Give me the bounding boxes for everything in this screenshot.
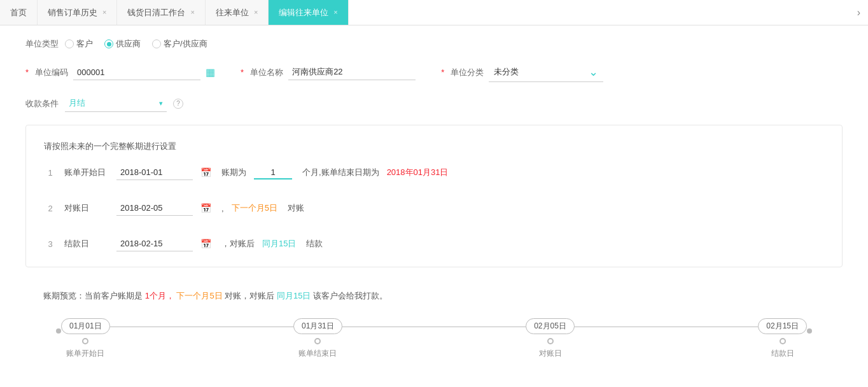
- payment-terms-label: 收款条件: [25, 98, 59, 109]
- radio-customer-label: 客户: [76, 38, 93, 50]
- required-star-name: *: [241, 67, 244, 77]
- tab-partners[interactable]: 往来单位 ×: [206, 0, 269, 25]
- step-3-date-input[interactable]: [116, 236, 193, 251]
- tab-cash-daily-close[interactable]: ×: [190, 9, 194, 16]
- step-1-end-date: 2018年01月31日: [387, 167, 449, 178]
- timeline-node-4: 02月15日 结款日: [758, 318, 807, 359]
- step-1-cal-icon[interactable]: 📅: [200, 167, 211, 178]
- required-star-category: *: [441, 67, 444, 77]
- unit-category-arrow-icon: ⌄: [589, 65, 598, 79]
- settings-section: 请按照未来的一个完整帐期进行设置 1 账单开始日 📅 账期为 个月,账单结束日期…: [25, 125, 843, 267]
- step-1-number: 1: [44, 168, 57, 178]
- tab-sales-history-close[interactable]: ×: [102, 9, 106, 16]
- unit-type-label: 单位类型: [25, 38, 59, 50]
- unit-code-input[interactable]: [73, 65, 200, 80]
- tab-partners-label: 往来单位: [216, 7, 249, 18]
- main-content: 单位类型 客户 供应商 客户/供应商 * 单位编码 ▦ * 单位名称: [0, 25, 868, 387]
- timeline-node-3: 02月05日 对账日: [526, 318, 575, 359]
- timeline-node-2: 01月31日 账单结束日: [293, 318, 342, 359]
- preview-prefix: 账期预览：当前客户账期是: [43, 291, 143, 300]
- unit-code-copy-icon[interactable]: ▦: [206, 66, 215, 78]
- tab-sales-history[interactable]: 销售订单历史 ×: [38, 0, 117, 25]
- unit-fields-row: * 单位编码 ▦ * 单位名称 * 单位分类 未分类 ⌄: [25, 62, 843, 82]
- radio-group: 客户 供应商 客户/供应商: [65, 38, 207, 50]
- radio-customer-supplier-label: 客户/供应商: [164, 38, 207, 50]
- tab-cash-daily-label: 钱货日清工作台: [127, 7, 185, 18]
- timeline-start-cap: [56, 328, 61, 334]
- timeline-badge-1: 01月01日: [61, 318, 110, 334]
- step-1-date-input[interactable]: [116, 165, 193, 180]
- timeline: 01月01日 账单开始日 01月31日 账单结束日 02月05日 对账日: [43, 320, 825, 334]
- timeline-dot-4: [780, 338, 786, 344]
- step-3-highlight: 同月15日: [262, 238, 296, 250]
- radio-customer[interactable]: 客户: [65, 38, 93, 50]
- step-2-label: 对账日: [64, 202, 109, 214]
- step-1-label: 账单开始日: [64, 167, 109, 178]
- step-1-row: 1 账单开始日 📅 账期为 个月,账单结束日期为 2018年01月31日: [44, 165, 824, 180]
- unit-code-label: 单位编码: [35, 67, 68, 78]
- preview-suffix: 该客户会给我打款。: [313, 291, 388, 300]
- timeline-badge-2: 01月31日: [293, 318, 342, 334]
- preview-span1: 1个月，: [145, 291, 174, 300]
- step-3-number: 3: [44, 239, 57, 249]
- payment-terms-arrow-icon: ▾: [159, 99, 163, 108]
- radio-customer-supplier-circle: [152, 39, 161, 48]
- step-1-months-unit: 个月,账单结束日期为: [302, 167, 379, 178]
- timeline-label-2: 账单结束日: [298, 348, 337, 359]
- required-star-code: *: [25, 67, 29, 77]
- tab-partners-close[interactable]: ×: [254, 9, 258, 16]
- step-2-date-input[interactable]: [116, 201, 193, 216]
- timeline-badge-3: 02月05日: [526, 318, 575, 334]
- tab-edit-partner-label: 编辑往来单位: [279, 7, 328, 18]
- section-title: 请按照未来的一个完整帐期进行设置: [44, 141, 824, 152]
- preview-span2: 下一个月5日: [176, 291, 222, 300]
- step-3-cal-icon[interactable]: 📅: [200, 239, 211, 249]
- step-3-suffix-pre: ，对账后: [221, 238, 255, 250]
- radio-customer-supplier[interactable]: 客户/供应商: [152, 38, 207, 50]
- timeline-badge-4: 02月15日: [758, 318, 807, 334]
- tab-home[interactable]: 首页: [0, 0, 38, 25]
- tab-cash-daily[interactable]: 钱货日清工作台 ×: [117, 0, 205, 25]
- unit-category-label: 单位分类: [451, 67, 484, 78]
- step-2-number: 2: [44, 204, 57, 213]
- timeline-label-3: 对账日: [539, 348, 562, 359]
- preview-span3: 同月15日: [277, 291, 311, 300]
- radio-supplier-label: 供应商: [116, 38, 141, 50]
- preview-section: 账期预览：当前客户账期是 1个月， 下一个月5日 对账，对账后 同月15日 该客…: [25, 280, 843, 334]
- unit-category-group: * 单位分类 未分类 ⌄: [441, 62, 603, 82]
- timeline-node-1: 01月01日 账单开始日: [61, 318, 110, 359]
- payment-terms-row: 收款条件 月结 ▾ ?: [25, 95, 843, 112]
- step-3-label: 结款日: [64, 238, 109, 250]
- unit-name-input[interactable]: [288, 65, 416, 80]
- step-2-suffix-pre: ,: [221, 204, 224, 213]
- tab-edit-partner-close[interactable]: ×: [333, 9, 337, 16]
- timeline-end-cap: [807, 328, 812, 334]
- tab-bar: 首页 销售订单历史 × 钱货日清工作台 × 往来单位 × 编辑往来单位 × ›: [0, 0, 868, 25]
- step-2-cal-icon[interactable]: 📅: [200, 203, 211, 213]
- unit-type-row: 单位类型 客户 供应商 客户/供应商: [25, 38, 843, 50]
- preview-mid: 对账，对账后: [225, 291, 274, 300]
- timeline-dot-2: [314, 338, 321, 344]
- radio-supplier-circle: [104, 39, 113, 48]
- tab-more-button[interactable]: ›: [850, 0, 868, 25]
- radio-supplier[interactable]: 供应商: [104, 38, 141, 50]
- timeline-label-4: 结款日: [771, 348, 794, 359]
- unit-category-value: 未分类: [494, 66, 584, 78]
- unit-category-dropdown[interactable]: 未分类 ⌄: [489, 62, 603, 82]
- step-3-suffix-post: 结款: [306, 238, 323, 250]
- step-2-highlight: 下一个月5日: [232, 202, 277, 214]
- preview-text: 账期预览：当前客户账期是 1个月， 下一个月5日 对账，对账后 同月15日 该客…: [43, 290, 825, 302]
- payment-terms-value: 月结: [69, 97, 155, 109]
- timeline-label-1: 账单开始日: [66, 348, 104, 359]
- step-2-suffix-post: 对账: [288, 202, 304, 214]
- step-1-months-input[interactable]: [254, 166, 292, 179]
- help-icon[interactable]: ?: [173, 99, 183, 109]
- unit-name-label: 单位名称: [250, 67, 283, 78]
- tab-edit-partner[interactable]: 编辑往来单位 ×: [269, 0, 348, 25]
- radio-customer-circle: [65, 39, 74, 48]
- timeline-line: 01月01日 账单开始日 01月31日 账单结束日 02月05日 对账日: [61, 327, 807, 327]
- tab-sales-history-label: 销售订单历史: [48, 7, 97, 18]
- unit-code-group: * 单位编码 ▦: [25, 65, 215, 80]
- payment-terms-dropdown[interactable]: 月结 ▾: [65, 95, 167, 112]
- step-3-row: 3 结款日 📅 ，对账后 同月15日 结款: [44, 236, 824, 251]
